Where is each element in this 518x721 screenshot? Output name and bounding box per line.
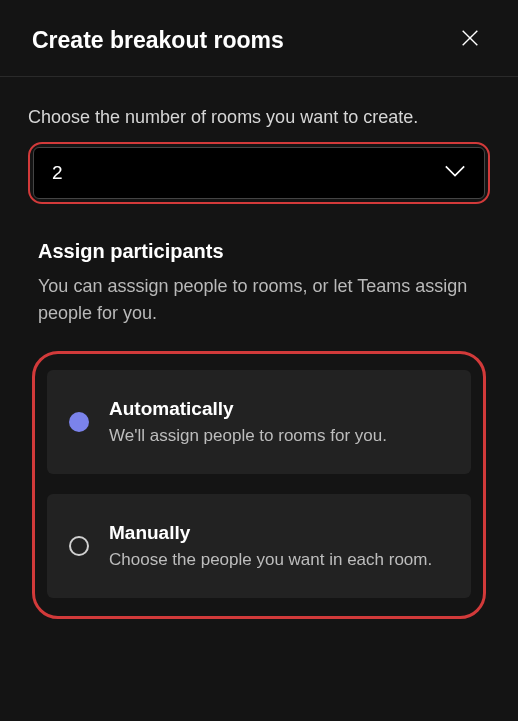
dialog-title: Create breakout rooms xyxy=(32,27,284,54)
option-automatically[interactable]: Automatically We'll assign people to roo… xyxy=(47,370,471,474)
option-manually[interactable]: Manually Choose the people you want in e… xyxy=(47,494,471,598)
option-description: We'll assign people to rooms for you. xyxy=(109,426,451,446)
radio-selected-icon xyxy=(69,412,89,432)
assign-options-highlight: Automatically We'll assign people to roo… xyxy=(32,351,486,619)
close-icon xyxy=(459,27,481,53)
option-title: Automatically xyxy=(109,398,451,420)
dialog-header: Create breakout rooms xyxy=(0,0,518,77)
option-title: Manually xyxy=(109,522,451,544)
radio-unselected-icon xyxy=(69,536,89,556)
option-description: Choose the people you want in each room. xyxy=(109,550,451,570)
dialog-content: Choose the number of rooms you want to c… xyxy=(0,77,518,619)
option-text: Automatically We'll assign people to roo… xyxy=(109,398,451,446)
assign-title: Assign participants xyxy=(38,240,480,263)
room-count-select[interactable]: 2 xyxy=(33,147,485,199)
chevron-down-icon xyxy=(444,164,466,182)
room-count-highlight: 2 xyxy=(28,142,490,204)
option-text: Manually Choose the people you want in e… xyxy=(109,522,451,570)
room-count-value: 2 xyxy=(52,162,63,184)
assign-description: You can asssign people to rooms, or let … xyxy=(38,273,480,327)
room-count-label: Choose the number of rooms you want to c… xyxy=(28,107,490,128)
assign-section: Assign participants You can asssign peop… xyxy=(28,240,490,619)
close-button[interactable] xyxy=(454,24,486,56)
